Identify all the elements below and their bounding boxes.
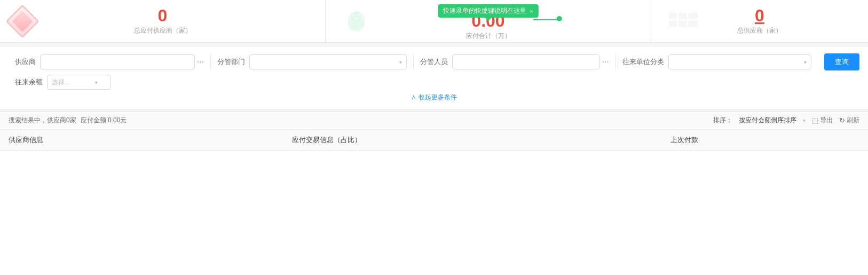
filter-bar: 供应商 ··· 分管部门 ▾ 分管人员 ··· 往来单位分类 ▾ 查询 <box>0 47 868 110</box>
svg-rect-8 <box>669 20 677 27</box>
svg-point-3 <box>352 14 354 15</box>
results-actions: 排序： 按应付会额倒序排序 ▾ ⬚ 导出 ↻ 刷新 <box>713 116 859 125</box>
tooltip-close-btn[interactable]: × <box>530 8 533 14</box>
table-col-supplier: 供应商信息 <box>9 135 292 145</box>
export-icon: ⬚ <box>812 116 818 124</box>
svg-rect-5 <box>669 12 677 19</box>
stat-total-suppliers: 0 总供应商（家） <box>651 0 868 42</box>
department-label: 分管部门 <box>217 57 245 67</box>
svg-point-4 <box>358 14 360 15</box>
balance-select[interactable]: 选择... ▾ <box>47 75 111 90</box>
export-button[interactable]: ⬚ 导出 <box>812 116 833 125</box>
person-dots[interactable]: ··· <box>602 57 609 67</box>
collapse-button[interactable]: ∧ 收起更多条件 <box>411 93 456 102</box>
table-col-transaction: 应付交易信息（占比） <box>292 135 670 145</box>
person-input[interactable] <box>452 54 600 69</box>
tooltip-line <box>533 19 560 20</box>
unit-class-select[interactable]: ▾ <box>668 54 811 69</box>
svg-rect-6 <box>678 12 686 19</box>
refresh-icon: ↻ <box>839 116 845 124</box>
svg-point-2 <box>348 18 365 31</box>
sort-chevron-icon: ▾ <box>803 117 806 123</box>
person-field: 分管人员 ··· <box>414 53 616 70</box>
results-text: 搜索结果中，供应商0家 <box>9 116 76 125</box>
stats-bar: 0 总应付供应商（家） 快速录单的快捷键说明在这里 × 0.00 应付合计（ <box>0 0 868 43</box>
results-amount-text: 应付金额 0.00元 <box>81 116 127 125</box>
pig-icon <box>342 6 371 37</box>
table-col-last-payment: 上次付款 <box>670 135 859 145</box>
unit-class-field: 往来单位分类 ▾ <box>616 53 818 70</box>
table-body <box>0 151 868 275</box>
stat-1-label: 总应付供应商（家） <box>134 26 192 35</box>
query-button[interactable]: 查询 <box>824 53 859 70</box>
supplier-dots[interactable]: ··· <box>197 57 204 67</box>
stat-2-label: 应付合计（万） <box>466 32 511 41</box>
refresh-label: 刷新 <box>847 116 859 125</box>
stat-1-value: 0 <box>158 7 168 24</box>
stat-3-label: 总供应商（家） <box>737 26 782 35</box>
supplier-input[interactable] <box>40 54 195 69</box>
svg-rect-9 <box>678 20 686 27</box>
filter-row-2: 往来余额 选择... ▾ <box>9 75 859 90</box>
balance-label: 往来余额 <box>15 77 43 87</box>
export-label: 导出 <box>820 116 833 125</box>
balance-chevron-icon: ▾ <box>95 80 98 85</box>
svg-rect-10 <box>688 20 698 27</box>
table-area: 供应商信息 应付交易信息（占比） 上次付款 <box>0 130 868 275</box>
results-summary: 搜索结果中，供应商0家 应付金额 0.00元 <box>9 116 127 125</box>
supplier-label: 供应商 <box>15 57 36 67</box>
sort-label: 排序： <box>713 116 732 125</box>
grid-icon <box>667 10 699 33</box>
stat-payable-total: 快速录单的快捷键说明在这里 × 0.00 应付合计（万） <box>326 0 651 42</box>
stat-1-content: 0 总应付供应商（家） <box>0 0 325 42</box>
svg-rect-7 <box>688 12 698 19</box>
balance-placeholder: 选择... <box>52 78 70 87</box>
results-bar: 搜索结果中，供应商0家 应付金额 0.00元 排序： 按应付会额倒序排序 ▾ ⬚… <box>0 111 868 130</box>
diamond-logo-icon <box>11 10 34 33</box>
table-header: 供应商信息 应付交易信息（占比） 上次付款 <box>0 130 868 151</box>
collapse-bar: ∧ 收起更多条件 <box>9 90 859 105</box>
refresh-button[interactable]: ↻ 刷新 <box>839 116 859 125</box>
sort-select[interactable]: 按应付会额倒序排序 <box>739 116 796 125</box>
tooltip-text: 快速录单的快捷键说明在这里 <box>443 6 526 15</box>
unit-class-label: 往来单位分类 <box>622 57 664 67</box>
unit-class-chevron-icon: ▾ <box>804 59 807 65</box>
department-chevron-icon: ▾ <box>399 59 402 65</box>
supplier-field: 供应商 ··· <box>9 53 211 70</box>
stat-total-payable-suppliers: 0 总应付供应商（家） <box>0 0 326 42</box>
tooltip-bubble: 快速录单的快捷键说明在这里 × <box>438 4 538 18</box>
stat-3-value: 0 <box>755 7 764 24</box>
filter-row-1: 供应商 ··· 分管部门 ▾ 分管人员 ··· 往来单位分类 ▾ 查询 <box>9 53 859 70</box>
person-label: 分管人员 <box>420 57 448 67</box>
department-select[interactable]: ▾ <box>249 54 406 69</box>
department-field: 分管部门 ▾ <box>211 53 413 70</box>
